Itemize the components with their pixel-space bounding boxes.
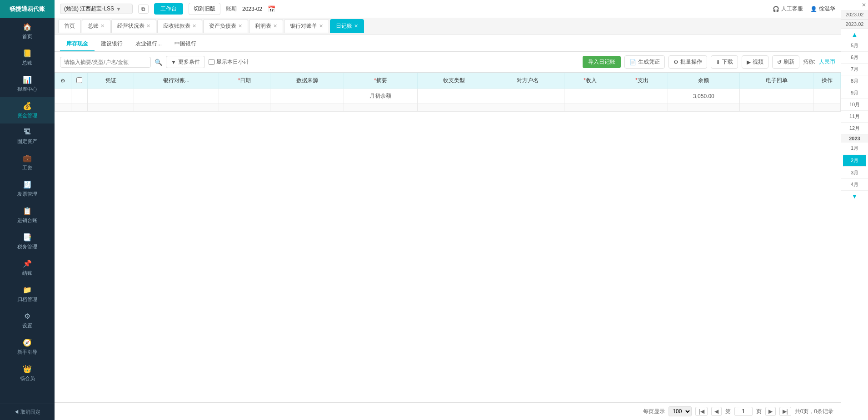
date-panel-scroll-down[interactable]: ▼ [841, 191, 868, 202]
tab-profit[interactable]: 利润表 ✕ [249, 19, 283, 33]
date-panel-month-7[interactable]: 7月 [841, 64, 868, 75]
old-version-button[interactable]: 切到旧版 [189, 3, 220, 15]
sidebar-item-purchase-sales[interactable]: 📋 进销台账 [0, 202, 55, 228]
col-voucher: 凭证 [88, 73, 134, 89]
filter-button[interactable]: ▼ 更多条件 [166, 56, 205, 68]
calendar-icon[interactable]: 📅 [268, 5, 275, 13]
date-panel-month-1[interactable]: 1月 [841, 143, 868, 154]
user-profile[interactable]: 👤 徐温华 [810, 5, 835, 13]
page-number-input[interactable] [734, 407, 753, 416]
sub-tab-cash[interactable]: 库存现金 [60, 37, 95, 51]
date-panel-month-10[interactable]: 10月 [841, 99, 868, 111]
daily-total-check[interactable] [209, 59, 215, 65]
date-panel-month-12[interactable]: 12月 [841, 123, 868, 134]
workspace-button[interactable]: 工作台 [154, 3, 183, 15]
last-page-button[interactable]: ▶| [779, 407, 791, 416]
company-selector[interactable]: (勉强) 江西超宝-LSS ▼ [60, 4, 133, 14]
currency-value[interactable]: 人民币 [819, 58, 835, 66]
sidebar-item-archive[interactable]: 📁 归档管理 [0, 281, 55, 307]
unpin-sidebar[interactable]: ◀ 取消固定 [0, 404, 55, 420]
sidebar-item-ledger[interactable]: 📒 总账 [0, 44, 55, 71]
sidebar-item-salary[interactable]: 💼 工资 [0, 149, 55, 176]
col-summary: *摘要 [344, 73, 418, 89]
sidebar-item-tax[interactable]: 📑 税务管理 [0, 228, 55, 255]
tab-daily-journal[interactable]: 日记账 ✕ [330, 19, 364, 33]
tab-biz-status-close[interactable]: ✕ [146, 23, 150, 29]
tab-ledger-close[interactable]: ✕ [100, 23, 105, 29]
generate-voucher-button[interactable]: 📄 生成凭证 [624, 55, 665, 69]
date-panel-month-11[interactable]: 11月 [841, 111, 868, 123]
col-settings[interactable]: ⚙ [55, 73, 71, 89]
refresh-button[interactable]: ↺ 刷新 [772, 55, 799, 69]
sub-tab-agricultural-bank[interactable]: 农业银行... [129, 37, 168, 51]
copy-button[interactable]: ⧉ [138, 5, 149, 14]
col-bank-reconcile: 银行对账... [134, 73, 219, 89]
date-panel-close[interactable]: ✕ [841, 0, 868, 10]
row1-counterparty [491, 89, 564, 104]
app-logo[interactable]: 畅捷通易代账 [0, 0, 55, 18]
tab-daily-journal-close[interactable]: ✕ [354, 23, 358, 29]
table-footer: 每页显示 100 50 200 |◀ ◀ 第 页 ▶ ▶| 共0页，0条记录 [55, 402, 841, 420]
sidebar-item-salary-label: 工资 [22, 164, 32, 171]
download-button[interactable]: ⬇ 下载 [711, 55, 738, 69]
sidebar-item-fixed-assets[interactable]: 🏗 固定资产 [0, 124, 55, 149]
sidebar-item-home[interactable]: 🏠 首页 [0, 18, 55, 44]
company-name: (勉强) 江西超宝-LSS [64, 5, 114, 13]
sidebar-item-invoice-label: 发票管理 [17, 191, 37, 198]
select-all-checkbox[interactable] [76, 77, 82, 83]
sidebar-item-report-label: 报表中心 [17, 86, 37, 93]
sidebar-item-settings[interactable]: ⚙ 设置 [0, 307, 55, 334]
customer-service[interactable]: 🎧 人工客服 [773, 5, 803, 13]
daily-total-checkbox[interactable]: 显示本日小计 [209, 58, 249, 66]
tab-receivable-close[interactable]: ✕ [192, 23, 196, 29]
row2-balance [668, 104, 740, 112]
row1-income [564, 89, 616, 104]
tab-bank-reconcile-close[interactable]: ✕ [319, 23, 323, 29]
first-page-button[interactable]: |◀ [695, 407, 707, 416]
close-icon[interactable]: ✕ [862, 2, 866, 8]
sidebar-item-capital[interactable]: 💰 资金管理 [0, 97, 55, 124]
tab-assets-liabilities-close[interactable]: ✕ [238, 23, 242, 29]
topbar-right: 🎧 人工客服 👤 徐温华 [773, 5, 835, 13]
date-panel-month-5[interactable]: 5月 [841, 40, 868, 52]
company-dropdown-arrow: ▼ [116, 6, 121, 12]
sub-tab-china-bank[interactable]: 中国银行 [168, 37, 203, 51]
tab-receivable[interactable]: 应收账款表 ✕ [157, 19, 202, 33]
date-panel-month-9[interactable]: 9月 [841, 87, 868, 99]
sidebar-item-guide[interactable]: 🧭 新手引导 [0, 334, 55, 360]
date-panel-month-3[interactable]: 3月 [841, 167, 868, 179]
batch-operation-button[interactable]: ⚙ 批量操作 [668, 55, 707, 69]
import-journal-button[interactable]: 导入日记账 [583, 56, 621, 68]
date-panel-month-2[interactable]: 2月 [843, 155, 866, 167]
col-checkbox[interactable] [71, 73, 88, 89]
sidebar: 畅捷通易代账 🏠 首页 📒 总账 📊 报表中心 💰 资金管理 🏗 固定资产 💼 … [0, 0, 55, 420]
video-button[interactable]: ▶ 视频 [742, 55, 768, 69]
sidebar-item-close-account[interactable]: 📌 结账 [0, 255, 55, 281]
tab-assets-liabilities[interactable]: 资产负债表 ✕ [203, 19, 248, 33]
purchase-sales-icon: 📋 [23, 207, 32, 215]
next-page-button[interactable]: ▶ [765, 407, 776, 416]
row2-checkbox[interactable] [71, 104, 88, 112]
sidebar-item-member[interactable]: 👑 畅会员 [0, 360, 55, 386]
tab-biz-status[interactable]: 经营状况表 ✕ [111, 19, 156, 33]
sidebar-item-report[interactable]: 📊 报表中心 [0, 71, 55, 97]
tab-bank-reconcile[interactable]: 银行对账单 ✕ [284, 19, 329, 33]
sidebar-item-guide-label: 新手引导 [17, 349, 37, 356]
row1-checkbox[interactable] [71, 89, 88, 104]
table-toolbar: 🔍 ▼ 更多条件 显示本日小计 导入日记账 📄 生成凭证 ⚙ 批 [55, 52, 841, 73]
search-input[interactable] [60, 57, 151, 68]
date-panel-month-8[interactable]: 8月 [841, 75, 868, 87]
col-data-source: 数据来源 [270, 73, 344, 89]
sidebar-item-invoice[interactable]: 🧾 发票管理 [0, 176, 55, 202]
page-size-select[interactable]: 100 50 200 [668, 406, 692, 416]
tab-profit-close[interactable]: ✕ [273, 23, 277, 29]
date-panel-scroll-up[interactable]: ▲ [841, 29, 868, 40]
search-icon[interactable]: 🔍 [155, 59, 162, 66]
tab-ledger[interactable]: 总账 ✕ [82, 19, 110, 33]
sub-tab-construction-bank[interactable]: 建设银行 [95, 37, 129, 51]
row1-bank-reconcile [134, 89, 219, 104]
date-panel-month-6[interactable]: 6月 [841, 52, 868, 64]
date-panel-month-4[interactable]: 4月 [841, 179, 868, 191]
prev-page-button[interactable]: ◀ [711, 407, 722, 416]
tab-home[interactable]: 首页 [58, 19, 81, 33]
